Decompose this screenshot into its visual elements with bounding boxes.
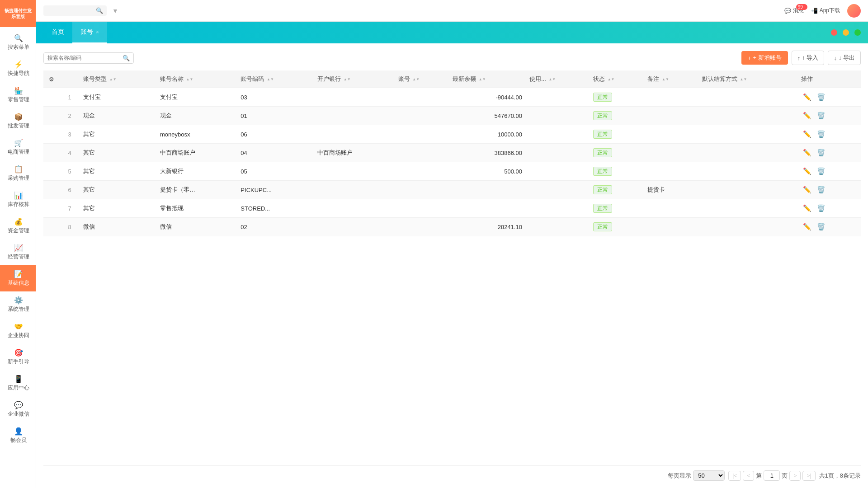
message-button[interactable]: 💬 消息 99+ <box>784 7 804 14</box>
col-status-sort[interactable]: ▲▼ <box>608 77 615 81</box>
row-usage <box>526 144 590 162</box>
col-account-sort[interactable]: ▲▼ <box>412 77 420 81</box>
sidebar-item-label: 应用中心 <box>8 384 29 392</box>
top-search-bar[interactable]: 🔍 <box>43 5 107 16</box>
sidebar-item-app-center[interactable]: 📱 应用中心 <box>0 370 36 396</box>
col-balance[interactable]: 最新余额 ▲▼ <box>449 70 526 88</box>
search-input[interactable] <box>47 55 120 61</box>
edit-button[interactable]: ✏️ <box>801 148 813 158</box>
row-remark <box>644 144 698 162</box>
col-code-sort[interactable]: ▲▼ <box>267 77 274 81</box>
col-status[interactable]: 状态 ▲▼ <box>590 70 644 88</box>
row-action: ✏️ 🗑️ <box>797 162 861 181</box>
col-name-sort[interactable]: ▲▼ <box>186 77 193 81</box>
sidebar-item-inventory-check[interactable]: 📊 库存核算 <box>0 187 36 213</box>
col-remark-sort[interactable]: ▲▼ <box>662 77 669 81</box>
edit-button[interactable]: ✏️ <box>801 185 813 195</box>
delete-button[interactable]: 🗑️ <box>815 222 827 232</box>
row-bank: 中百商场账户 <box>314 144 394 162</box>
sidebar-item-retail-mgmt[interactable]: 🏪 零售管理 <box>0 82 36 108</box>
col-account[interactable]: 账号 ▲▼ <box>395 70 449 88</box>
row-settings <box>43 218 60 236</box>
row-account <box>395 162 449 181</box>
sidebar-logo: 畅捷通付生意 乐意版 <box>0 0 36 27</box>
add-account-button[interactable]: + + 新增账号 <box>741 51 788 65</box>
export-button[interactable]: ↓ ↓ 导出 <box>828 51 861 65</box>
last-page-button[interactable]: >| <box>802 471 815 481</box>
col-balance-sort[interactable]: ▲▼ <box>479 77 486 81</box>
sidebar-item-basic-info[interactable]: 📝 基础信息 <box>0 265 36 291</box>
col-type-sort[interactable]: ▲▼ <box>109 77 117 81</box>
page-input[interactable] <box>764 470 780 481</box>
col-action-label: 操作 <box>801 75 813 82</box>
window-close-button[interactable]: × <box>831 29 837 36</box>
col-usage-sort[interactable]: ▲▼ <box>548 77 556 81</box>
delete-button[interactable]: 🗑️ <box>815 129 827 139</box>
edit-button[interactable]: ✏️ <box>801 203 813 213</box>
sidebar-item-purchase-mgmt[interactable]: 📋 采购管理 <box>0 160 36 187</box>
col-remark[interactable]: 备注 ▲▼ <box>644 70 698 88</box>
tab-home[interactable]: 首页 <box>43 22 72 43</box>
col-settlement-sort[interactable]: ▲▼ <box>740 77 747 81</box>
import-button[interactable]: ↑ ↑ 导入 <box>792 51 825 65</box>
user-avatar[interactable] <box>847 4 861 18</box>
row-num: 5 <box>60 162 80 181</box>
delete-button[interactable]: 🗑️ <box>815 92 827 102</box>
top-search-input[interactable] <box>48 8 93 14</box>
next-page-button[interactable]: > <box>789 471 801 481</box>
row-action: ✏️ 🗑️ <box>797 218 861 236</box>
row-account <box>395 125 449 144</box>
col-code[interactable]: 账号编码 ▲▼ <box>237 70 314 88</box>
row-type: 其它 <box>80 144 156 162</box>
row-name: 提货卡（零… <box>156 181 237 199</box>
search-icon: 🔍 <box>123 55 130 61</box>
delete-button[interactable]: 🗑️ <box>815 203 827 213</box>
prev-page-button[interactable]: < <box>743 471 754 481</box>
col-type[interactable]: 账号类型 ▲▼ <box>80 70 156 88</box>
first-page-button[interactable]: |< <box>728 471 741 481</box>
dropdown-arrow[interactable]: ▼ <box>112 7 118 14</box>
page-size-select[interactable]: 50 10 20 100 <box>693 470 725 481</box>
toolbar: 🔍 + + 新增账号 ↑ ↑ 导入 ↓ ↓ 导出 <box>43 51 861 65</box>
app-download-button[interactable]: 📲 App下载 <box>811 7 840 14</box>
sidebar-item-quick-nav[interactable]: ⚡ 快捷导航 <box>0 56 36 82</box>
row-remark <box>644 218 698 236</box>
col-bank-sort[interactable]: ▲▼ <box>344 77 351 81</box>
tab-account[interactable]: 账号 × <box>72 22 107 43</box>
edit-button[interactable]: ✏️ <box>801 222 813 232</box>
col-type-label: 账号类型 <box>83 75 107 82</box>
sidebar-item-ops-mgmt[interactable]: 📈 经营管理 <box>0 239 36 265</box>
sidebar-item-system-mgmt[interactable]: ⚙️ 系统管理 <box>0 291 36 318</box>
delete-button[interactable]: 🗑️ <box>815 185 827 195</box>
sidebar-item-capital-mgmt[interactable]: 💰 资金管理 <box>0 213 36 239</box>
col-settlement[interactable]: 默认结算方式 ▲▼ <box>698 70 797 88</box>
edit-button[interactable]: ✏️ <box>801 111 813 121</box>
search-wrap[interactable]: 🔍 <box>43 52 134 64</box>
sidebar-item-members[interactable]: 👤 畅会员 <box>0 422 36 449</box>
tab-account-close[interactable]: × <box>96 29 99 35</box>
sidebar-item-label: 系统管理 <box>8 305 29 313</box>
row-settings <box>43 88 60 107</box>
sidebar-item-new-guide[interactable]: 🎯 新手引导 <box>0 344 36 370</box>
sidebar-item-wholesale-mgmt[interactable]: 📦 批发管理 <box>0 108 36 134</box>
delete-button[interactable]: 🗑️ <box>815 148 827 158</box>
sidebar-item-search-menu[interactable]: 🔍 搜索菜单 <box>0 29 36 56</box>
row-code: 01 <box>237 107 314 125</box>
edit-button[interactable]: ✏️ <box>801 92 813 102</box>
window-minimize-button[interactable]: − <box>843 29 849 36</box>
col-name[interactable]: 账号名称 ▲▼ <box>156 70 237 88</box>
col-bank[interactable]: 开户银行 ▲▼ <box>314 70 394 88</box>
basic-info-icon: 📝 <box>14 270 23 278</box>
ops-mgmt-icon: 📈 <box>14 244 23 252</box>
sidebar-item-ecom-mgmt[interactable]: 🛒 电商管理 <box>0 134 36 160</box>
window-maximize-button[interactable]: □ <box>854 29 861 36</box>
delete-button[interactable]: 🗑️ <box>815 111 827 121</box>
edit-button[interactable]: ✏️ <box>801 129 813 139</box>
col-settings[interactable]: ⚙ <box>43 70 60 88</box>
sidebar-item-enterprise-agreement[interactable]: 🤝 企业协同 <box>0 318 36 344</box>
edit-button[interactable]: ✏️ <box>801 166 813 176</box>
row-bank <box>314 162 394 181</box>
sidebar-item-enterprise-wechat[interactable]: 💬 企业微信 <box>0 396 36 422</box>
col-usage[interactable]: 使用... ▲▼ <box>526 70 590 88</box>
delete-button[interactable]: 🗑️ <box>815 166 827 176</box>
